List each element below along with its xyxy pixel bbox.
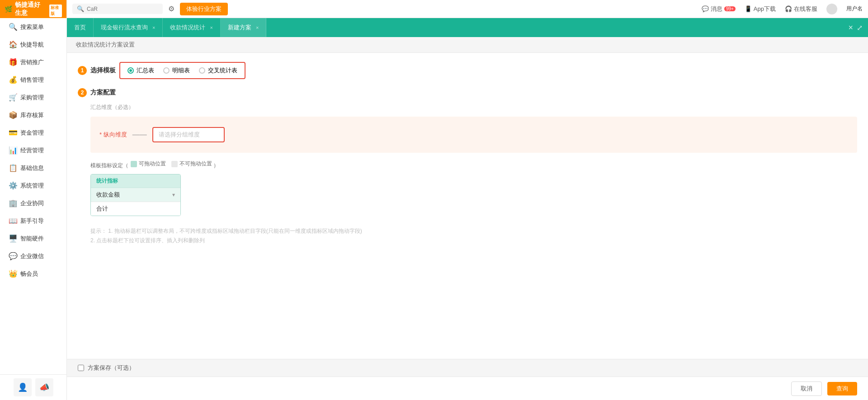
sidebar-bottom: 👤 📣 — [0, 374, 66, 400]
service-button[interactable]: 🎧 在线客服 — [785, 5, 817, 13]
legend-fixed: 不可拖动位置 — [171, 160, 212, 168]
sidebar: 🌿 畅捷通好生意 标准版 🔍 搜索菜单 🏠 快捷导航 🎁 营销推广 💰 销售管理… — [0, 0, 67, 400]
topbar-search-icon: 🔍 — [77, 5, 84, 12]
radio-cross-label: 交叉统计表 — [208, 66, 237, 75]
service-label: 在线客服 — [794, 5, 817, 13]
sidebar-item-label: 经营管理 — [20, 146, 44, 155]
section-1-label: 选择模板 — [90, 66, 116, 75]
sidebar-item-corp[interactable]: 🏢 企业协同 — [0, 194, 66, 212]
indicator-row-0[interactable]: 收款金额 ▾ — [91, 188, 180, 202]
radio-summary[interactable]: 汇总表 — [127, 66, 154, 75]
bottom-bar: 取消 查询 — [67, 376, 868, 400]
building-icon: 🏢 — [9, 199, 17, 207]
indicator-table: 统计指标 收款金额 ▾ 合计 — [90, 174, 181, 216]
radio-cross[interactable]: 交叉统计表 — [199, 66, 237, 75]
sidebar-item-label: 资金管理 — [20, 129, 44, 137]
indicator-row-0-label: 收款金额 — [96, 191, 120, 199]
content-body: 1 选择模板 汇总表 明细表 交叉统计表 — [67, 53, 868, 359]
sidebar-item-purchase[interactable]: 🛒 采购管理 — [0, 89, 66, 106]
tab-cash-flow-label: 现金银行流水查询 — [101, 24, 148, 32]
sidebar-item-label: 销售管理 — [20, 76, 44, 84]
draggable-legend-label: 可拖动位置 — [139, 160, 166, 168]
tab-cash-flow-close[interactable]: × — [152, 25, 155, 30]
sidebar-item-hardware[interactable]: 🖥️ 智能硬件 — [0, 230, 66, 247]
sidebar-item-label: 库存核算 — [20, 111, 44, 119]
tip-line-2: 2. 点击标题栏下拉可设置排序、插入列和删除列 — [90, 236, 857, 246]
radio-cross-dot — [199, 67, 205, 74]
nav-tabs: 首页 现金银行流水查询 × 收款情况统计 × 新建方案 × × ⤢ — [67, 18, 868, 37]
sidebar-item-marketing[interactable]: 🎁 营销推广 — [0, 53, 66, 71]
sidebar-item-label: 智能硬件 — [20, 235, 44, 243]
sidebar-item-member[interactable]: 👑 畅会员 — [0, 265, 66, 282]
sidebar-item-wechat[interactable]: 💬 企业微信 — [0, 247, 66, 265]
radio-detail-dot — [163, 67, 170, 74]
search-input[interactable] — [87, 6, 150, 12]
notification-icon: 💬 — [702, 5, 709, 12]
sidebar-item-system[interactable]: ⚙️ 系统管理 — [0, 177, 66, 194]
query-button[interactable]: 查询 — [827, 382, 857, 395]
cancel-button[interactable]: 取消 — [791, 381, 822, 396]
tab-cash-flow[interactable]: 现金银行流水查询 × — [94, 18, 163, 37]
download-icon: 📱 — [745, 5, 752, 12]
dimension-placeholder: 请选择分组维度 — [159, 131, 200, 139]
radio-detail[interactable]: 明细表 — [163, 66, 190, 75]
dimension-select[interactable]: 请选择分组维度 — [152, 127, 225, 142]
tab-new-plan-label: 新建方案 — [228, 24, 251, 32]
sidebar-logo: 🌿 畅捷通好生意 标准版 — [0, 0, 66, 18]
sidebar-item-label: 新手引导 — [20, 217, 44, 225]
indicator-section: 模板指标设定（ 可拖动位置 不可拖动位置 ） — [90, 160, 857, 217]
notification-button[interactable]: 💬 消息 99+ — [702, 5, 736, 13]
sidebar-item-finance[interactable]: 💳 资金管理 — [0, 124, 66, 141]
dimension-title-text: 汇总维度（必选） — [90, 104, 134, 110]
sidebar-item-label: 系统管理 — [20, 182, 44, 190]
logo-text: 畅捷通好生意 — [15, 1, 47, 17]
section-config-title: 2 方案配置 — [78, 88, 857, 97]
legend-draggable: 可拖动位置 — [131, 160, 166, 168]
topbar-search-box[interactable]: 🔍 — [72, 4, 163, 14]
minimize-icon[interactable]: × — [848, 23, 853, 33]
fixed-legend-label: 不可拖动位置 — [179, 160, 212, 168]
tab-collection-stats-label: 收款情况统计 — [170, 24, 205, 32]
tab-home[interactable]: 首页 — [67, 18, 94, 37]
download-button[interactable]: 📱 App下载 — [745, 5, 776, 13]
sidebar-item-sales[interactable]: 💰 销售管理 — [0, 71, 66, 89]
sidebar-bottom-btn2[interactable]: 📣 — [35, 378, 53, 396]
save-checkbox[interactable] — [78, 365, 84, 371]
tab-home-label: 首页 — [74, 24, 86, 32]
download-label: App下载 — [754, 5, 776, 13]
dropdown-arrow-icon[interactable]: ▾ — [172, 192, 175, 198]
sidebar-item-inventory[interactable]: 📦 库存核算 — [0, 106, 66, 124]
sidebar-item-guide[interactable]: 📖 新手引导 — [0, 212, 66, 230]
tab-new-plan[interactable]: 新建方案 × — [221, 18, 266, 37]
indicator-row-1-label: 合计 — [96, 205, 108, 212]
avatar — [826, 4, 837, 14]
save-label: 方案保存（可选） — [88, 364, 135, 372]
dimension-subtitle: 汇总维度（必选） — [90, 104, 857, 111]
topbar: 🔍 ⚙ 体验行业方案 💬 消息 99+ 📱 App下载 🎧 在线客服 用户名 — [67, 0, 868, 18]
sidebar-item-basic[interactable]: 📋 基础信息 — [0, 159, 66, 177]
content: 收款情况统计方案设置 1 选择模板 汇总表 明细表 — [67, 37, 868, 376]
tab-new-plan-close[interactable]: × — [256, 25, 259, 30]
radio-summary-dot — [127, 67, 134, 74]
sidebar-item-quick-nav[interactable]: 🏠 快捷导航 — [0, 36, 66, 53]
maximize-icon[interactable]: ⤢ — [857, 24, 863, 32]
dimension-arrow: —— — [132, 131, 147, 139]
tab-collection-stats-close[interactable]: × — [210, 25, 212, 30]
notification-label: 消息 — [711, 5, 722, 13]
notification-badge: 99+ — [724, 6, 736, 11]
tab-collection-stats[interactable]: 收款情况统计 × — [163, 18, 220, 37]
settings-icon[interactable]: ⚙ — [168, 5, 175, 13]
section-template: 1 选择模板 汇总表 明细表 交叉统计表 — [78, 62, 857, 79]
section-config: 2 方案配置 汇总维度（必选） * 纵向维度 —— 请选择分组维度 — [78, 88, 857, 246]
main: 🔍 ⚙ 体验行业方案 💬 消息 99+ 📱 App下载 🎧 在线客服 用户名 — [67, 0, 868, 400]
sidebar-item-label: 搜索菜单 — [20, 23, 44, 31]
trial-button[interactable]: 体验行业方案 — [180, 3, 228, 15]
content-footer: 方案保存（可选） — [67, 359, 868, 376]
chat-icon: 💬 — [9, 252, 17, 260]
sidebar-item-search[interactable]: 🔍 搜索菜单 — [0, 18, 66, 36]
sidebar-item-operations[interactable]: 📊 经营管理 — [0, 141, 66, 159]
sidebar-bottom-btn1[interactable]: 👤 — [14, 378, 32, 396]
section-2-num: 2 — [78, 88, 87, 97]
nav-tab-actions: × ⤢ — [843, 18, 868, 37]
indicator-row-1: 合计 — [91, 202, 180, 216]
